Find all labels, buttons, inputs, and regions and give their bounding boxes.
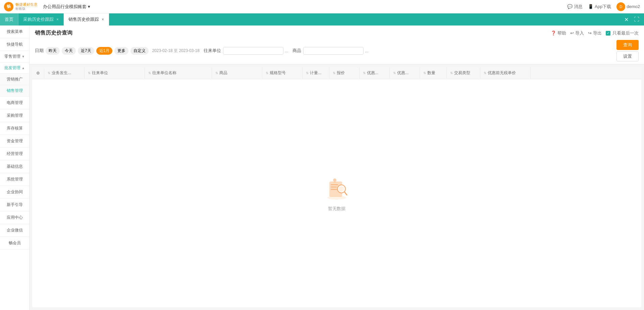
sidebar-enterprise-collab-label: 企业协同 (7, 190, 23, 194)
user-profile[interactable]: D demo2 (616, 2, 640, 11)
th-quote-price-label: 报价 (337, 70, 345, 76)
th-settings[interactable]: ⚙ (32, 68, 44, 78)
th-partner-name-label: 往来单位名称 (152, 70, 176, 76)
th-discount2-label: 优惠... (397, 70, 409, 76)
sidebar-member-label: 畅会员 (9, 241, 21, 245)
tab-home-label: 首页 (5, 16, 13, 22)
sidebar-item-sales-mgr[interactable]: 销售管理 (0, 85, 29, 97)
tab-maximize-button[interactable]: ⛶ (633, 16, 641, 23)
avatar: D (616, 2, 625, 11)
sidebar-purchase-mgr-label: 采购管理 (7, 113, 23, 118)
partner-label: 往来单位 (204, 48, 221, 54)
sidebar-finance-label: 资金管理 (7, 139, 23, 143)
tab-close-all-button[interactable]: ✕ (623, 16, 630, 23)
date-btn-1month[interactable]: 近1月 (96, 47, 113, 55)
sidebar-item-quick-nav[interactable]: 快捷导航 (0, 38, 29, 51)
svg-rect-3 (331, 187, 337, 188)
th-trade-type-sort-icon: ⇅ (450, 71, 453, 75)
sidebar-item-finance[interactable]: 资金管理 (0, 135, 29, 148)
th-discount1[interactable]: ⇅ 优惠... (360, 67, 390, 79)
tab-purchase[interactable]: 采购历史价跟踪 × (18, 13, 64, 25)
product-dots[interactable]: ... (365, 48, 369, 53)
only-last-label: 只看最后一次 (612, 30, 639, 36)
th-quantity[interactable]: ⇅ 数量 (420, 67, 447, 79)
product-input[interactable] (303, 47, 364, 55)
date-range-text: 2023-02-18 至 2023-03-18 (152, 48, 199, 54)
settings-button[interactable]: 设置 (616, 51, 639, 61)
date-btn-today[interactable]: 今天 (62, 47, 76, 55)
sidebar-item-operations[interactable]: 经营管理 (0, 148, 29, 160)
sidebar-inventory-label: 库存核算 (7, 126, 23, 131)
date-btn-more[interactable]: 更多 (114, 47, 128, 55)
query-button[interactable]: 查询 (616, 40, 639, 50)
message-icon: 💬 (567, 4, 573, 9)
th-product-label: 商品 (219, 70, 227, 76)
partner-input-wrapper: ... (223, 47, 288, 55)
workspace-selector[interactable]: 办公用品行业模拟账套 ▾ (40, 4, 93, 10)
help-button[interactable]: ❓ 帮助 (551, 30, 566, 36)
th-discount1-sort-icon: ⇅ (363, 71, 366, 75)
tab-purchase-label: 采购历史价跟踪 (23, 16, 54, 22)
tab-home[interactable]: 首页 (0, 13, 18, 25)
app-download-button[interactable]: 📱 App下载 (588, 4, 611, 10)
sidebar-item-basic-info[interactable]: 基础信息 (0, 160, 29, 173)
sidebar-item-new-guide[interactable]: 新手引导 (0, 199, 29, 211)
sidebar-item-purchase-mgr[interactable]: 采购管理 (0, 109, 29, 122)
sidebar-item-search[interactable]: 搜索菜单 (0, 25, 29, 38)
sidebar-retail-label: 零售管理 (4, 54, 20, 59)
partner-input[interactable] (223, 47, 283, 55)
th-partner-code-label: 往来单位 (92, 70, 108, 76)
tab-sales-close[interactable]: × (102, 17, 104, 22)
sidebar-marketing-label: 营销推广 (7, 77, 23, 82)
svg-rect-2 (331, 184, 338, 185)
date-btn-custom[interactable]: 自定义 (130, 47, 149, 55)
th-spec-label: 规格型号 (270, 70, 286, 76)
page-header-top: 销售历史价查询 ❓ 帮助 ↩ 导入 ↪ 导出 ✓ (35, 30, 639, 37)
export-button[interactable]: ↪ 导出 (588, 30, 602, 36)
sidebar-sales-mgr-label: 销售管理 (7, 88, 23, 93)
th-trade-type[interactable]: ⇅ 交易类型 (447, 67, 480, 79)
th-partner-code[interactable]: ⇅ 往来单位 (85, 67, 145, 79)
sidebar-item-enterprise-collab[interactable]: 企业协同 (0, 186, 29, 199)
th-quote-price[interactable]: ⇅ 报价 (329, 67, 360, 79)
sidebar-wholesale-arrow: ▲ (21, 66, 25, 70)
th-product[interactable]: ⇅ 商品 (212, 67, 262, 79)
export-icon: ↪ (588, 31, 592, 36)
th-no-tax-price[interactable]: ⇅ 优惠前无税单价 (480, 67, 531, 79)
sidebar-item-app-center[interactable]: 应用中心 (0, 211, 29, 224)
th-spec[interactable]: ⇅ 规格型号 (262, 67, 303, 79)
sidebar-item-wholesale[interactable]: 批发管理 ▲ (0, 62, 29, 74)
tab-sales[interactable]: 销售历史价跟踪 × (64, 13, 109, 25)
logo-area: 畅 畅捷通好生意 标账版 (4, 2, 38, 11)
only-last-checkbox[interactable]: ✓ (606, 31, 610, 36)
th-unit[interactable]: ⇅ 计量... (303, 67, 329, 79)
empty-text: 暂无数据 (328, 206, 345, 212)
sidebar-item-system[interactable]: 系统管理 (0, 173, 29, 186)
th-discount1-label: 优惠... (367, 70, 378, 76)
svg-point-8 (333, 178, 336, 182)
th-partner-name[interactable]: ⇅ 往来单位名称 (145, 67, 212, 79)
tab-bar-actions: ✕ ⛶ (620, 13, 644, 25)
help-icon: ❓ (551, 31, 556, 36)
th-discount2[interactable]: ⇅ 优惠... (390, 67, 420, 79)
logo-icon: 畅 (4, 2, 13, 11)
date-btn-yesterday[interactable]: 昨天 (46, 47, 60, 55)
sidebar-item-enterprise-wechat[interactable]: 企业微信 (0, 224, 29, 237)
partner-dots[interactable]: ... (285, 48, 288, 53)
import-button[interactable]: ↩ 导入 (570, 30, 584, 36)
date-btn-7days[interactable]: 近7天 (78, 47, 94, 55)
th-no-tax-price-label: 优惠前无税单价 (488, 70, 516, 76)
svg-line-7 (344, 192, 347, 195)
sidebar-item-retail[interactable]: 零售管理 ▼ (0, 51, 29, 62)
svg-rect-4 (331, 189, 337, 190)
sidebar-item-marketing[interactable]: 营销推广 (0, 74, 29, 85)
message-button[interactable]: 💬 消息 (567, 4, 583, 10)
th-product-sort-icon: ⇅ (215, 71, 218, 75)
sidebar-item-member[interactable]: 畅会员 (0, 237, 29, 250)
sidebar-item-inventory[interactable]: 库存核算 (0, 122, 29, 135)
th-business-date[interactable]: ⇅ 业务发生... (44, 67, 85, 79)
th-quote-price-sort-icon: ⇅ (333, 71, 335, 75)
sidebar-item-ecommerce[interactable]: 电商管理 (0, 97, 29, 109)
only-last-checkbox-group[interactable]: ✓ 只看最后一次 (606, 30, 639, 36)
tab-purchase-close[interactable]: × (56, 17, 59, 22)
